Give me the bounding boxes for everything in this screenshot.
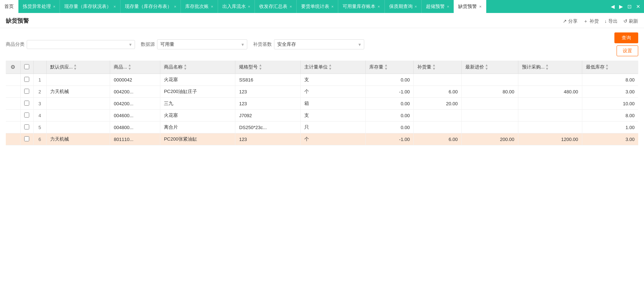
row-estimated-purchase-cell [518, 98, 582, 110]
share-icon: ↗ [563, 18, 567, 24]
spec-sort-icon: ▲▼ [258, 63, 262, 71]
table-header-row: ⚙ 默认供应... ▲▼ 商品... [6, 61, 638, 74]
th-latest-price-label: 最新进价 [465, 64, 484, 70]
row-num-cell: 2 [33, 86, 46, 98]
datasource-arrow-icon: ▾ [242, 42, 244, 47]
row-checkbox[interactable] [24, 89, 29, 94]
export-icon: ↓ [605, 18, 607, 24]
tab-1[interactable]: 拣货异常处理 × [18, 0, 60, 13]
tab-4[interactable]: 库存批次账 × [181, 0, 218, 13]
tab-5[interactable]: 出入库流水 × [218, 0, 255, 13]
th-estimated-purchase-label: 预计采购... [522, 64, 545, 70]
product-name-sort-icon: ▲▼ [183, 63, 187, 71]
row-latest-price-cell [461, 74, 518, 86]
row-check-cell[interactable] [20, 98, 33, 110]
replenish-button[interactable]: ＋ 补货 [583, 18, 599, 25]
settings-button[interactable]: 设置 [617, 45, 638, 56]
tab-1-close[interactable]: × [53, 4, 55, 9]
tab-9[interactable]: 保质期查询 × [385, 0, 422, 13]
tab-6-label: 收发存汇总表 [259, 3, 287, 10]
th-settings[interactable]: ⚙ [6, 61, 20, 74]
row-supplier-cell: 力天机械 [46, 133, 110, 145]
tab-11-label: 缺货预警 [458, 3, 477, 10]
th-min-stock[interactable]: 最低库存 ▲▼ [582, 61, 638, 74]
tab-11-close[interactable]: × [479, 4, 481, 9]
table-row: 3 004200... 三九 123 箱 0.00 20.00 10.00 [6, 98, 638, 110]
row-check-cell[interactable] [20, 133, 33, 145]
category-select[interactable]: ▾ [27, 40, 135, 49]
row-estimated-purchase-cell: 1200.00 [518, 133, 582, 145]
tab-9-close[interactable]: × [415, 4, 417, 9]
row-check-cell[interactable] [20, 74, 33, 86]
query-button[interactable]: 查询 [614, 32, 638, 43]
tab-10-close[interactable]: × [447, 4, 449, 9]
th-replenish[interactable]: 补货量 ▲▼ [414, 61, 462, 74]
gear-icon[interactable]: ⚙ [10, 64, 15, 70]
tab-11[interactable]: 缺货预警 × [454, 0, 486, 13]
tab-4-close[interactable]: × [211, 4, 213, 9]
tab-7-label: 要货单统计表 [301, 3, 329, 10]
tab-next-btn[interactable]: ▶ [617, 4, 625, 9]
tab-6-close[interactable]: × [290, 4, 292, 9]
latest-price-sort-icon: ▲▼ [485, 63, 488, 71]
estimated-purchase-sort-icon: ▲▼ [545, 63, 549, 71]
th-spec[interactable]: 规格型号 ▲▼ [235, 61, 300, 74]
tab-1-label: 拣货异常处理 [23, 3, 51, 10]
th-product-name[interactable]: 商品名称 ▲▼ [160, 61, 235, 74]
tab-8[interactable]: 可用量库存账本 × [338, 0, 384, 13]
row-spec-cell: J7092 [235, 110, 300, 122]
tab-2-close[interactable]: × [113, 4, 116, 9]
row-num-cell: 6 [33, 133, 46, 145]
table-row: 6 力天机械 801110... PC200张紧油缸 123 个 -1.00 6… [6, 133, 638, 145]
stock-sort-icon: ▲▼ [384, 63, 388, 71]
row-latest-price-cell [461, 110, 518, 122]
row-replenish-cell [414, 74, 462, 86]
row-min-stock-cell: 8.00 [582, 74, 638, 86]
row-checkbox[interactable] [24, 77, 29, 82]
tab-3[interactable]: 现存量（库存分布表） × [121, 0, 181, 13]
row-check-cell[interactable] [20, 86, 33, 98]
tab-close-btn[interactable]: ✕ [634, 4, 643, 9]
th-product-code[interactable]: 商品... ▲▼ [110, 61, 160, 74]
th-estimated-purchase[interactable]: 预计采购... ▲▼ [518, 61, 582, 74]
tab-3-close[interactable]: × [174, 4, 176, 9]
tab-8-close[interactable]: × [378, 4, 380, 9]
row-check-cell[interactable] [20, 110, 33, 122]
row-product-name-cell: 离合片 [160, 122, 235, 133]
tab-6[interactable]: 收发存汇总表 × [255, 0, 296, 13]
refresh-button[interactable]: ↺ 刷新 [623, 18, 638, 25]
tab-prev-btn[interactable]: ◀ [609, 4, 617, 9]
select-all-checkbox[interactable] [24, 64, 29, 69]
row-min-stock-cell: 3.00 [582, 86, 638, 98]
tab-7[interactable]: 要货单统计表 × [297, 0, 338, 13]
tab-7-close[interactable]: × [331, 4, 334, 9]
share-button[interactable]: ↗ 分享 [563, 18, 578, 25]
row-product-name-cell: 火花塞 [160, 110, 235, 122]
tab-10[interactable]: 超储预警 × [422, 0, 454, 13]
th-supplier[interactable]: 默认供应... ▲▼ [46, 61, 110, 74]
row-product-code-cell: 004600... [110, 110, 160, 122]
row-estimated-purchase-cell [518, 74, 582, 86]
row-num-cell: 3 [33, 98, 46, 110]
datasource-select[interactable]: 可用量 ▾ [157, 39, 247, 49]
replenish-base-select[interactable]: 安全库存 ▾ [274, 39, 364, 49]
th-stock[interactable]: 库存量 ▲▼ [366, 61, 414, 74]
export-button[interactable]: ↓ 导出 [605, 18, 618, 25]
row-checkbox[interactable] [24, 124, 29, 129]
page-title: 缺货预警 [6, 17, 29, 25]
row-check-cell[interactable] [20, 122, 33, 133]
row-stock-cell: 0.00 [366, 74, 414, 86]
th-unit[interactable]: 主计量单位 ▲▼ [300, 61, 366, 74]
row-replenish-cell [414, 110, 462, 122]
row-checkbox[interactable] [24, 101, 29, 106]
tab-5-close[interactable]: × [248, 4, 250, 9]
th-latest-price[interactable]: 最新进价 ▲▼ [461, 61, 518, 74]
tab-restore-btn[interactable]: ⊡ [625, 4, 634, 9]
tab-4-label: 库存批次账 [185, 3, 209, 10]
share-label: 分享 [568, 18, 578, 25]
row-min-stock-cell: 3.00 [582, 133, 638, 145]
row-checkbox[interactable] [24, 112, 29, 118]
tab-2[interactable]: 现存量（库存状况表） × [60, 0, 120, 13]
row-checkbox[interactable] [24, 136, 29, 141]
tab-home[interactable]: 首页 [0, 0, 18, 13]
